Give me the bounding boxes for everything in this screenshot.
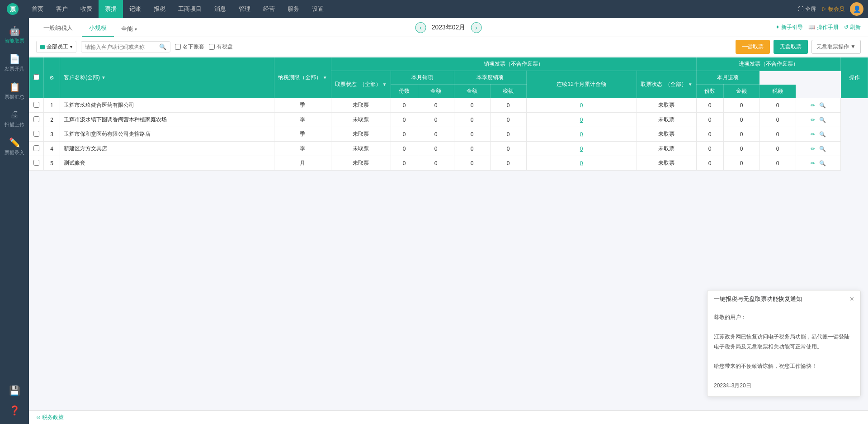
period-label: 2023年02月 xyxy=(432,24,466,32)
row-checkbox[interactable] xyxy=(33,145,39,151)
cell-tax-period: 季 xyxy=(274,142,331,156)
cell-sales-qtr-tax: 0 xyxy=(490,156,526,171)
table-row: 2 卫辉市汲水镇下圆调香阁营木种植家庭农场 季 未取票 0 0 0 0 0 未取… xyxy=(29,113,868,127)
table-body: 1 卫辉市玖玖健合医药有限公司 季 未取票 0 0 0 0 0 未取票 0 0 … xyxy=(29,98,868,171)
sidebar-item-invoice-entry[interactable]: ✏️ 票据录入 xyxy=(1,133,28,160)
cell-actions: ✏ 🔍 xyxy=(796,156,840,171)
nav-message[interactable]: 消息 xyxy=(208,0,232,18)
cell-sales-yearly: 0 xyxy=(526,98,637,113)
nav-fee[interactable]: 收费 xyxy=(74,0,99,18)
no-disk-ops-label: 无盘取票操作 ▼ xyxy=(816,43,856,51)
new-guide-btn[interactable]: ✦ 新手引导 xyxy=(775,24,803,31)
select-all-checkbox[interactable] xyxy=(33,74,39,80)
fullscreen-btn[interactable]: ⛶ 全屏 xyxy=(798,5,816,13)
checkbox-named-accounts[interactable]: 名下账套 xyxy=(175,43,204,51)
nav-business2[interactable]: 经营 xyxy=(257,0,281,18)
cell-sales-monthly-count: 0 xyxy=(391,113,418,127)
view-icon[interactable]: 🔍 xyxy=(819,160,826,167)
nav-client[interactable]: 客户 xyxy=(50,0,74,18)
nav-invoice[interactable]: 票据 xyxy=(99,0,123,18)
tab-general[interactable]: 一般纳税人 xyxy=(36,20,80,37)
edit-icon[interactable]: ✏ xyxy=(811,160,815,167)
tab-all[interactable]: 全能 ▾ xyxy=(116,21,142,37)
period-prev-btn[interactable]: ‹ xyxy=(415,22,426,33)
refresh-btn[interactable]: ↺ 刷新 xyxy=(844,24,861,31)
th-select xyxy=(29,57,44,98)
sales-status-filter-icon[interactable]: ▼ xyxy=(382,82,387,87)
nav-service[interactable]: 服务 xyxy=(281,0,306,18)
notif-close-btn[interactable]: × xyxy=(850,295,854,303)
no-disk-invoice-btn[interactable]: 无盘取票 xyxy=(774,40,808,54)
sidebar-item-help[interactable]: ❓ xyxy=(1,401,28,419)
nav-settings[interactable]: 设置 xyxy=(306,0,330,18)
nav-home[interactable]: 首页 xyxy=(25,0,50,18)
tax-period-filter-icon[interactable]: ▼ xyxy=(323,75,327,80)
download-icon: 💾 xyxy=(9,385,20,396)
cell-tax-period: 季 xyxy=(274,113,331,127)
edit-icon[interactable]: ✏ xyxy=(811,117,815,123)
purchase-status-filter-icon[interactable]: ▼ xyxy=(688,82,693,87)
smart-invoice-icon: 🤖 xyxy=(9,25,20,36)
cell-purchase-monthly-tax: 0 xyxy=(760,142,796,156)
tab-small[interactable]: 小规模 xyxy=(82,20,114,37)
member-btn[interactable]: ▷ 畅会员 xyxy=(821,5,844,13)
sales-yearly-link[interactable]: 0 xyxy=(580,160,583,167)
cell-purchase-monthly-amount: 0 xyxy=(723,156,760,171)
client-filter-icon[interactable]: ▼ xyxy=(101,75,106,80)
tax-policy-link[interactable]: ⊙ 税务政策 xyxy=(36,414,64,421)
view-icon[interactable]: 🔍 xyxy=(819,117,826,123)
cell-check xyxy=(29,113,44,127)
sales-yearly-link[interactable]: 0 xyxy=(580,146,583,152)
cell-purchase-status: 未取票 xyxy=(637,127,696,142)
checkbox-tax-disk[interactable]: 有税盘 xyxy=(209,43,233,51)
view-icon[interactable]: 🔍 xyxy=(819,131,826,138)
cell-purchase-monthly-count: 0 xyxy=(696,156,723,171)
employee-chevron-icon: ▾ xyxy=(70,44,72,49)
nav-business[interactable]: 工商项目 xyxy=(172,0,208,18)
chevron-down-icon: ▾ xyxy=(135,27,137,32)
search-icon[interactable]: 🔍 xyxy=(159,43,166,50)
sidebar-item-download[interactable]: 💾 xyxy=(1,381,28,400)
view-icon[interactable]: 🔍 xyxy=(819,102,826,109)
tab-all-label: 全能 xyxy=(121,25,133,33)
row-checkbox[interactable] xyxy=(33,102,39,108)
tab-bar-right: ✦ 新手引导 📖 操作手册 ↺ 刷新 xyxy=(775,24,861,31)
user-avatar[interactable]: 👤 xyxy=(850,2,863,16)
cell-sales-qtr-amount: 0 xyxy=(454,142,490,156)
th-purchase-monthly-tax: 税额 xyxy=(760,85,796,98)
nav-manage[interactable]: 管理 xyxy=(232,0,257,18)
no-disk-ops-btn[interactable]: 无盘取票操作 ▼ xyxy=(811,40,861,54)
top-nav: 票 首页 客户 收费 票据 记账 报税 工商项目 消息 管理 经营 服务 设置 … xyxy=(0,0,868,18)
sales-yearly-link[interactable]: 0 xyxy=(580,131,583,138)
edit-icon[interactable]: ✏ xyxy=(811,131,815,138)
tax-disk-checkbox[interactable] xyxy=(209,44,215,50)
row-checkbox[interactable] xyxy=(33,116,39,122)
bottom-bar: ⊙ 税务政策 xyxy=(29,410,868,424)
one-click-invoice-btn[interactable]: 一键取票 xyxy=(736,40,770,54)
edit-icon[interactable]: ✏ xyxy=(811,146,815,152)
employee-select[interactable]: 全部员工 ▾ xyxy=(36,41,76,53)
settings-icon[interactable]: ⚙ xyxy=(49,75,54,81)
sales-yearly-link[interactable]: 0 xyxy=(580,117,583,123)
th-purchase-monthly-amount: 金额 xyxy=(723,85,760,98)
sidebar-item-invoice-summary[interactable]: 📋 票据汇总 xyxy=(1,78,28,104)
nav-tax[interactable]: 报税 xyxy=(147,0,172,18)
named-accounts-checkbox[interactable] xyxy=(175,44,181,50)
table-row: 4 新建区方方文具店 季 未取票 0 0 0 0 0 未取票 0 0 0 ✏ 🔍 xyxy=(29,142,868,156)
sales-yearly-link[interactable]: 0 xyxy=(580,102,583,109)
search-input[interactable] xyxy=(85,44,157,50)
cell-actions: ✏ 🔍 xyxy=(796,127,840,142)
nav-bookkeep[interactable]: 记账 xyxy=(123,0,147,18)
row-checkbox[interactable] xyxy=(33,160,39,166)
sidebar-item-scan[interactable]: 🖨 扫描上传 xyxy=(1,106,28,132)
th-sales-qtr-amount: 金额 xyxy=(454,85,490,98)
cell-sales-qtr-tax: 0 xyxy=(490,98,526,113)
sidebar-item-smart-invoice[interactable]: 🤖 智能取票 xyxy=(1,22,28,48)
period-next-btn[interactable]: › xyxy=(471,22,481,33)
view-icon[interactable]: 🔍 xyxy=(819,146,826,152)
edit-icon[interactable]: ✏ xyxy=(811,102,815,109)
sidebar-item-invoice-open[interactable]: 📄 发票开具 xyxy=(1,50,28,76)
row-checkbox[interactable] xyxy=(33,131,39,137)
cell-sales-qtr-amount: 0 xyxy=(454,98,490,113)
manual-btn[interactable]: 📖 操作手册 xyxy=(808,24,838,31)
